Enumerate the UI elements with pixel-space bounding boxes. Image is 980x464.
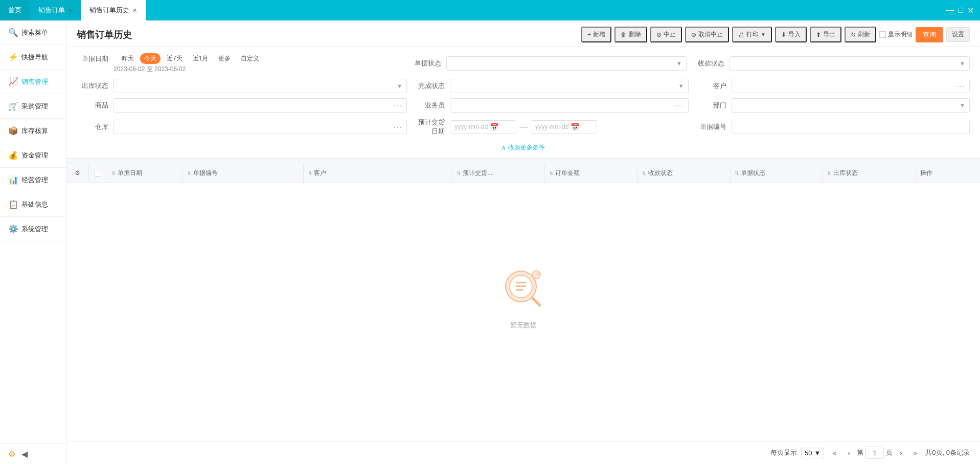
th-delivery[interactable]: ⇅ 预计交货... (452, 164, 545, 183)
date-more-btn[interactable]: 更多 (214, 53, 235, 64)
sidebar: 🔍 搜索菜单 ⚡ 快捷导航 📈 销售管理 🛒 采购管理 📦 库存核算 💰 资金管… (0, 20, 66, 464)
th-num-label: 单据编号 (193, 169, 218, 178)
customer-control[interactable]: ··· (732, 79, 970, 93)
sidebar-item-sys-mgmt[interactable]: ⚙️ 系统管理 (0, 217, 66, 241)
th-date[interactable]: ⇅ 单据日期 (107, 164, 183, 183)
date-last7-btn[interactable]: 近7天 (163, 53, 187, 64)
dept-arrow-icon: ▼ (960, 102, 965, 108)
window-controls: — □ ✕ (940, 6, 980, 15)
th-order-status[interactable]: ⇅ 单据状态 (731, 164, 823, 183)
pagination-bar: 每页显示 50 ▼ « ‹ 第 页 › » 共0页, 0条记录 (66, 441, 980, 464)
window-min-icon[interactable]: — (946, 6, 954, 15)
first-page-button[interactable]: « (828, 447, 840, 459)
delivery-date-end-input[interactable]: yyyy-mm-dd 📅 (531, 120, 597, 134)
sidebar-item-ops-mgmt-label: 经营管理 (21, 175, 48, 185)
next-page-button[interactable]: › (895, 447, 907, 459)
customer-dots-icon: ··· (956, 82, 965, 90)
sidebar-item-search-menu[interactable]: 🔍 搜索菜单 (0, 20, 66, 45)
sidebar-item-inventory[interactable]: 📦 库存核算 (0, 119, 66, 143)
tab-sales-order-history[interactable]: 销售订单历史 ✕ (81, 0, 146, 20)
query-button[interactable]: 查询 (916, 27, 943, 42)
tab-sales-order-close[interactable]: ✕ (68, 7, 73, 14)
new-button[interactable]: + 新增 (581, 27, 611, 42)
warehouse-control[interactable]: ··· (113, 120, 407, 134)
th-checkbox[interactable] (89, 165, 107, 182)
date-last1m-btn[interactable]: 近1月 (189, 53, 213, 64)
date-yesterday-btn[interactable]: 昨天 (118, 53, 138, 64)
sidebar-collapse-icon[interactable]: ◀ (21, 449, 28, 459)
stock-status-control[interactable]: ▼ (113, 79, 407, 93)
sidebar-item-search-menu-label: 搜索菜单 (21, 28, 48, 37)
tab-sales-order-history-close[interactable]: ✕ (132, 7, 137, 14)
empty-icon (498, 263, 549, 315)
pay-status-arrow-icon: ▼ (960, 60, 965, 67)
import-button[interactable]: ⬇ 导入 (775, 27, 807, 42)
dept-label: 部门 (695, 101, 732, 110)
empty-state: 暂无数据 (66, 183, 980, 441)
th-settings[interactable]: ⚙ (66, 164, 89, 182)
order-num-control[interactable] (732, 120, 970, 134)
print-label: 打印 (746, 30, 759, 39)
th-stock-status[interactable]: ⇅ 出库状态 (823, 164, 916, 183)
sort-pay-status-icon: ⇅ (642, 170, 646, 176)
th-order-status-label: 单据状态 (741, 169, 765, 178)
th-pay-status[interactable]: ⇅ 收款状态 (638, 164, 731, 183)
dept-control[interactable]: ▼ (732, 98, 970, 113)
sidebar-item-funds-mgmt[interactable]: 💰 资金管理 (0, 143, 66, 168)
tab-sales-order[interactable]: 销售订单 ✕ (30, 0, 81, 20)
per-page-select[interactable]: 50 ▼ (801, 448, 824, 458)
th-delivery-label: 预计交货... (463, 169, 492, 178)
product-label: 商品 (77, 101, 113, 110)
table-area: ⚙ ⇅ 单据日期 ⇅ 单据编号 ⇅ 客户 ⇅ (66, 163, 980, 441)
product-control[interactable]: ··· (113, 98, 407, 113)
salesman-control[interactable]: ··· (450, 98, 688, 113)
stop-button[interactable]: ⊘ 中止 (650, 27, 682, 42)
pay-status-control[interactable]: ▼ (730, 56, 970, 71)
delete-button[interactable]: 🗑 删除 (614, 27, 647, 42)
date-today-btn[interactable]: 今天 (140, 53, 161, 64)
window-max-icon[interactable]: □ (958, 6, 963, 15)
sort-delivery-icon: ⇅ (457, 170, 461, 176)
collapse-row: ∧ 收起更多条件 (77, 141, 970, 152)
display-toggle: 显示明细 (879, 30, 913, 39)
export-button[interactable]: ⬆ 导出 (810, 27, 841, 42)
th-customer[interactable]: ⇅ 客户 (304, 164, 452, 183)
date-filter-label: 单据日期 (77, 54, 113, 63)
customer-label: 客户 (695, 81, 732, 91)
page-number-input[interactable] (865, 447, 884, 459)
settings-button[interactable]: 设置 (946, 27, 970, 42)
svg-rect-3 (516, 285, 526, 287)
sidebar-settings-icon[interactable]: ⚙ (8, 449, 15, 459)
toolbar: + 新增 🗑 删除 ⊘ 中止 ⊘ 取消中止 🖨 打印 (581, 27, 970, 42)
main-layout: 🔍 搜索菜单 ⚡ 快捷导航 📈 销售管理 🛒 采购管理 📦 库存核算 💰 资金管… (0, 20, 980, 464)
collapse-btn[interactable]: ∧ 收起更多条件 (77, 141, 970, 152)
sidebar-item-sales-mgmt[interactable]: 📈 销售管理 (0, 70, 66, 94)
th-amount[interactable]: ⇅ 订单金额 (545, 164, 637, 183)
order-status-control[interactable]: ▼ (446, 56, 687, 71)
delete-label: 删除 (629, 30, 641, 39)
print-icon: 🖨 (738, 31, 744, 38)
window-close-icon[interactable]: ✕ (967, 6, 974, 15)
sidebar-item-ops-mgmt[interactable]: 📊 经营管理 (0, 168, 66, 192)
cancel-stop-button[interactable]: ⊘ 取消中止 (685, 27, 729, 42)
prev-page-button[interactable]: ‹ (842, 447, 855, 459)
last-page-button[interactable]: » (909, 447, 921, 459)
sidebar-item-basic-info[interactable]: 📋 基础信息 (0, 192, 66, 217)
filter-row-2: 出库状态 ▼ 完成状态 ▼ 客户 ··· (77, 79, 970, 93)
date-range-display: 2023-06-02 至 2023-06-02 (113, 65, 186, 74)
th-num[interactable]: ⇅ 单据编号 (183, 164, 304, 183)
tab-home[interactable]: 首页 (0, 0, 30, 20)
sidebar-item-quick-nav[interactable]: ⚡ 快捷导航 (0, 45, 66, 70)
display-detail-checkbox[interactable] (879, 31, 886, 38)
filter-area: 单据日期 昨天 今天 近7天 近1月 更多 自定义 2023-06-02 至 2… (66, 47, 980, 159)
sidebar-item-purchase-mgmt[interactable]: 🛒 采购管理 (0, 94, 66, 119)
complete-status-label: 完成状态 (413, 81, 450, 91)
per-page-label: 每页显示 (770, 448, 797, 457)
print-button[interactable]: 🖨 打印 ▼ (732, 27, 772, 42)
stop-label: 中止 (664, 30, 676, 39)
complete-status-control[interactable]: ▼ (450, 79, 688, 93)
delivery-date-start-input[interactable]: yyyy-mm-dd 📅 (450, 120, 516, 134)
select-all-checkbox[interactable] (95, 170, 101, 176)
refresh-button[interactable]: ↻ 刷新 (845, 27, 876, 42)
date-custom-btn[interactable]: 自定义 (237, 53, 263, 64)
